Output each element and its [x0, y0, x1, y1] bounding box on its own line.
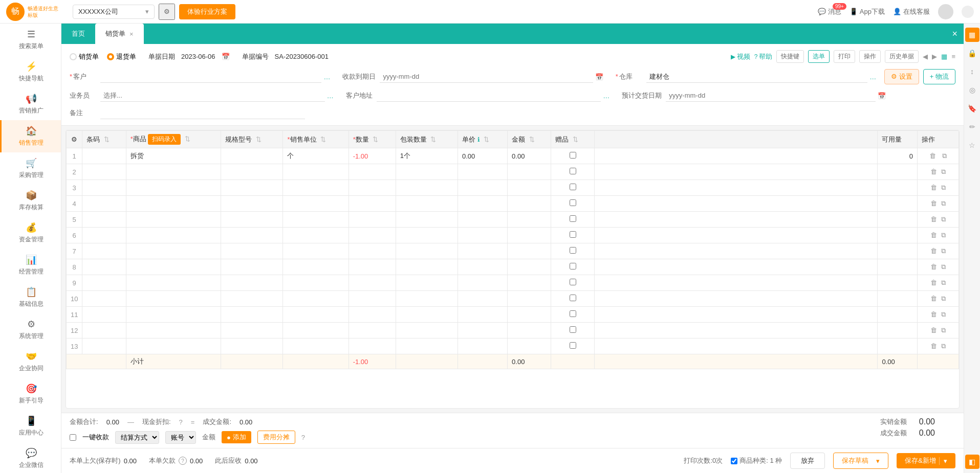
cell-spec[interactable]	[221, 243, 283, 259]
cell-pkg[interactable]	[396, 164, 458, 180]
payment-date-input[interactable]	[380, 71, 593, 83]
expense-help-icon[interactable]: ?	[301, 434, 305, 441]
cell-unit[interactable]	[283, 307, 349, 323]
cell-pkg[interactable]	[396, 243, 458, 259]
sort-unit-icon[interactable]: ⇅	[320, 136, 326, 143]
delete-row-btn[interactable]: 🗑	[927, 151, 938, 161]
cell-barcode[interactable]	[82, 259, 126, 275]
settings-button[interactable]: ⚙ 设置	[884, 69, 919, 84]
gift-checkbox[interactable]	[570, 184, 576, 190]
sidebar-item-purchase[interactable]: 🛒 采购管理	[0, 152, 61, 185]
nav-prev-icon[interactable]: ◀	[923, 53, 928, 60]
cell-amount[interactable]	[508, 228, 551, 243]
right-panel-icon-2[interactable]: 🔒	[965, 46, 979, 60]
cell-unit[interactable]	[283, 275, 349, 291]
right-panel-icon-1[interactable]: ▦	[965, 28, 979, 42]
cell-unit[interactable]	[283, 180, 349, 196]
cell-pkg[interactable]	[396, 339, 458, 354]
save-new-button[interactable]: 保存&新增 ▾	[897, 453, 955, 468]
cell-gift[interactable]	[551, 307, 595, 323]
gift-checkbox[interactable]	[570, 263, 576, 269]
gift-checkbox[interactable]	[570, 279, 576, 285]
cell-amount[interactable]	[508, 196, 551, 212]
delete-row-btn[interactable]: 🗑	[928, 309, 939, 319]
gift-checkbox[interactable]	[570, 215, 576, 222]
help-link[interactable]: ? 帮助	[754, 52, 773, 61]
sidebar-item-guide[interactable]: 🎯 新手引导	[0, 378, 61, 410]
customer-input[interactable]	[100, 71, 321, 83]
expected-date-cal-icon[interactable]: 📅	[878, 92, 886, 100]
cell-spec[interactable]	[221, 307, 283, 323]
cell-gift[interactable]	[551, 196, 595, 212]
sort-barcode-icon[interactable]: ⇅	[104, 136, 110, 143]
notes-input[interactable]	[100, 107, 305, 119]
message-btn[interactable]: 💬 消息 99+	[818, 7, 841, 16]
cell-price[interactable]	[458, 180, 507, 196]
close-all-icon[interactable]: ×	[952, 29, 957, 39]
cell-unit[interactable]	[283, 323, 349, 339]
copy-row-btn[interactable]: ⧉	[939, 278, 948, 288]
cell-gift[interactable]	[551, 164, 595, 180]
tab-home[interactable]: 首页	[61, 24, 95, 44]
cell-product[interactable]	[126, 323, 221, 339]
cell-amount[interactable]	[508, 164, 551, 180]
cell-unit[interactable]	[283, 164, 349, 180]
cell-unit[interactable]	[283, 228, 349, 243]
sidebar-item-finance[interactable]: 💰 资金管理	[0, 217, 61, 249]
col-header-icon[interactable]: ⚙	[67, 131, 82, 148]
cell-barcode[interactable]	[82, 164, 126, 180]
expense-btn[interactable]: 费用分摊	[257, 431, 295, 444]
cell-pkg[interactable]	[396, 196, 458, 212]
cell-amount[interactable]	[508, 275, 551, 291]
gift-checkbox[interactable]	[570, 152, 576, 159]
copy-row-btn[interactable]: ⧉	[939, 262, 948, 272]
cell-pkg[interactable]	[396, 275, 458, 291]
cell-spec[interactable]	[221, 180, 283, 196]
cell-qty[interactable]: -1.00	[349, 148, 396, 164]
copy-row-btn[interactable]: ⧉	[939, 294, 948, 304]
copy-row-btn[interactable]: ⧉	[939, 309, 948, 320]
cell-price[interactable]	[458, 212, 507, 228]
cell-barcode[interactable]	[82, 291, 126, 307]
gift-checkbox[interactable]	[570, 231, 576, 238]
cell-amount[interactable]	[508, 180, 551, 196]
product-type-checkbox[interactable]	[731, 458, 737, 464]
radio-return-order[interactable]: 退货单	[107, 52, 136, 61]
sidebar-item-sales[interactable]: 🏠 销售管理	[0, 120, 61, 152]
company-selector[interactable]: XXXXXX公司 ▾	[73, 5, 155, 19]
sidebar-item-search[interactable]: ☰ 搜索菜单	[0, 24, 61, 56]
add-payment-btn[interactable]: ● 添加	[222, 431, 251, 443]
copy-row-btn[interactable]: ⧉	[939, 183, 948, 193]
cell-gift[interactable]	[551, 228, 595, 243]
cell-product[interactable]	[126, 212, 221, 228]
cell-barcode[interactable]	[82, 180, 126, 196]
gift-checkbox[interactable]	[570, 247, 576, 254]
cell-product[interactable]: 拆货	[126, 148, 221, 164]
cell-unit[interactable]	[283, 259, 349, 275]
settings-icon-btn[interactable]: ⚙	[159, 4, 175, 20]
cell-gift[interactable]	[551, 339, 595, 354]
save-new-arrow-icon[interactable]: ▾	[939, 457, 947, 465]
cell-barcode[interactable]	[82, 243, 126, 259]
cell-product[interactable]	[126, 291, 221, 307]
sort-spec-icon[interactable]: ⇅	[256, 136, 262, 143]
sidebar-item-quick-nav[interactable]: ⚡ 快捷导航	[0, 56, 61, 88]
cell-spec[interactable]	[221, 212, 283, 228]
cell-amount[interactable]	[508, 291, 551, 307]
customer-dots-icon[interactable]: …	[323, 73, 330, 81]
cell-gift[interactable]	[551, 212, 595, 228]
sort-gift-icon[interactable]: ⇅	[573, 136, 578, 143]
copy-row-btn[interactable]: ⧉	[939, 341, 948, 351]
cell-pkg[interactable]	[396, 212, 458, 228]
right-panel-icon-8[interactable]: ◧	[965, 455, 979, 469]
cell-barcode[interactable]	[82, 307, 126, 323]
operations-btn[interactable]: 操作	[859, 50, 881, 63]
cell-spec[interactable]	[221, 291, 283, 307]
sidebar-item-base-info[interactable]: 📋 基础信息	[0, 281, 61, 313]
delete-row-btn[interactable]: 🗑	[928, 325, 939, 335]
right-panel-icon-3[interactable]: ↕	[965, 64, 979, 79]
cell-unit[interactable]: 个	[283, 148, 349, 164]
nav-next-icon[interactable]: ▶	[932, 53, 937, 60]
cell-amount[interactable]	[508, 259, 551, 275]
list-view-icon[interactable]: ≡	[951, 53, 955, 60]
